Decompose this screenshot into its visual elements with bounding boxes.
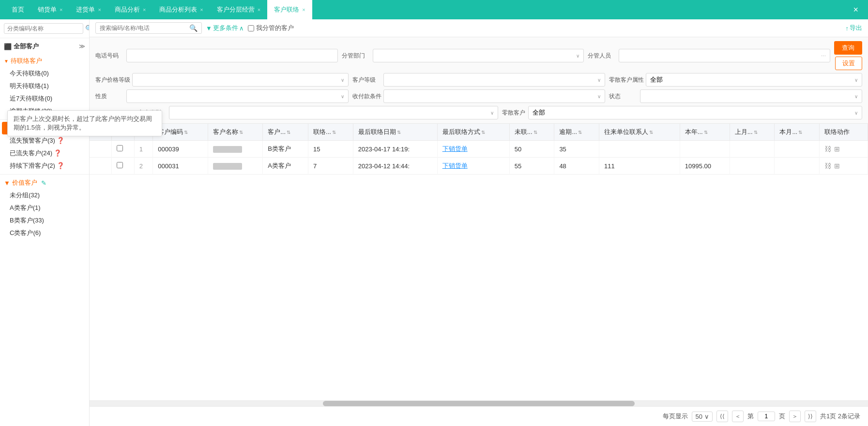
nav-customer-tier-close[interactable]: × [258,7,260,13]
sidebar-ungrouped[interactable]: 未分组(32) [0,189,89,202]
chevron-icon: ∧ [239,25,244,32]
dept-filter: 分管部门 ∨ [342,49,584,62]
row-last-contact-date: 2023-04-17 14:19: [353,141,437,158]
nav-home[interactable]: 首页 [5,0,31,19]
sidebar-collapse-icon[interactable]: ≫ [79,43,85,50]
export-icon: ↑ [846,25,849,32]
more-conditions-button[interactable]: ▼ 更多条件 ∧ [206,24,244,32]
sidebar-declining[interactable]: 持续下滑客户(2) ❓ [0,160,89,172]
row-unit-contact [599,141,680,158]
export-button[interactable]: ↑ 导出 [846,24,863,32]
gender-select[interactable]: ∨ [126,89,349,103]
payment-select[interactable]: ∨ [383,89,606,103]
sidebar-today-pending[interactable]: 今天待联络(0) [0,67,89,80]
sidebar-class-b[interactable]: B类客户(33) [0,214,89,227]
col-this-month: 本月...⇅ [775,124,820,141]
filter-row-4: ... 客户类型 ∨ 零散客户 全部 ∨ [95,106,862,119]
sidebar-search-icon[interactable]: 🔍 [85,25,90,32]
col-last-contact-date: 最后联络日期⇅ [353,124,437,141]
row-grid-icon[interactable]: ⊞ [834,145,840,153]
nav-product-analysis[interactable]: 商品分析 × [108,0,152,19]
row-checkbox-cell [112,141,134,158]
nav-purchase[interactable]: 进货单 × [69,0,107,19]
retail-customer-select[interactable]: 全部 ∨ [528,106,862,119]
scrollbar-thumb[interactable] [323,401,634,406]
settings-button[interactable]: 设置 [835,57,862,70]
question-icon-4: ❓ [57,162,64,169]
status-select[interactable]: ∨ [640,89,862,103]
customer-type-chevron: ∨ [490,110,494,116]
row-code: 000031 [153,158,208,175]
nav-customer-contact-close[interactable]: × [302,7,305,13]
person-select[interactable]: ⋯ [619,49,830,62]
prev-page-button[interactable]: ＜ [732,411,744,422]
dept-select[interactable]: ∨ [373,49,584,62]
page-number-input[interactable] [758,411,775,421]
my-customer-checkbox[interactable] [248,25,254,31]
row-checkbox[interactable] [117,162,123,168]
last-page-button[interactable]: ⟩⟩ [805,411,816,422]
my-customer-filter: 我分管的客户 [248,24,294,32]
customer-grade-chevron: ∨ [597,77,601,83]
query-button[interactable]: 查询 [834,41,862,55]
next-page-button[interactable]: ＞ [789,411,801,422]
row-overdue: 35 [554,141,599,158]
row-contact: 15 [308,141,353,158]
customer-grade-select[interactable]: ∨ [383,73,606,87]
nav-sales-close[interactable]: × [60,7,62,13]
nav-purchase-close[interactable]: × [98,7,101,13]
main-search-icon[interactable]: 🔍 [189,24,198,32]
sidebar-class-c[interactable]: C类客户(6) [0,227,89,239]
col-overdue: 逾期...⇅ [554,124,599,141]
main-search-input[interactable] [100,25,189,31]
row-link-icon[interactable]: ⛓ [824,162,831,170]
sidebar-tomorrow-pending[interactable]: 明天待联络(1) [0,80,89,92]
sidebar-churned[interactable]: 已流失客户(24) ❓ [0,147,89,160]
row-unread: 50 [509,141,554,158]
table-row: 1 000039 B类客户 15 2023-04-17 14:19: 下销货单 … [90,141,868,158]
row-type: A类客户 [263,158,308,175]
tooltip-repurchase: 距客户上次交易时长，超过了此客户的平均交易周期的1.5倍，则视为异常。 [7,110,162,136]
row-grid-icon[interactable]: ⊞ [834,162,840,170]
sidebar-7days-pending[interactable]: 近7天待联络(0) [0,92,89,105]
row-checkbox[interactable] [117,145,123,151]
content-area: 🔍 ▼ 更多条件 ∧ 我分管的客户 ↑ 导出 电话号码 [90,19,868,426]
col-unit-contact: 往来单位联系人⇅ [599,124,680,141]
row-number: 2 [134,158,153,175]
filter-row-3: 性质 ∨ 收付款条件 ∨ 状态 ∨ [95,89,862,103]
row-link-icon[interactable]: ⛓ [824,145,831,153]
horizontal-scrollbar[interactable] [90,400,868,406]
nav-product-analysis-close[interactable]: × [143,7,146,13]
row-last-month [730,158,775,175]
sidebar-pending-contact-section[interactable]: ▼ 待联络客户 [0,55,89,67]
value-section-edit-icon[interactable]: ✎ [41,179,46,187]
col-name: 客户名称⇅ [208,124,262,141]
nav-customer-contact[interactable]: 客户联络 × [267,0,312,19]
retail-customer-chevron: ∨ [854,110,858,116]
nav-product-analysis-list[interactable]: 商品分析列表 × [152,0,210,19]
person-filter: 分管人员 ⋯ [588,49,830,62]
per-page-select[interactable]: 50 ∨ [692,411,712,422]
sidebar-class-a[interactable]: A类客户(1) [0,202,89,214]
nav-product-analysis-list-close[interactable]: × [200,7,203,13]
phone-filter: 电话号码 [95,49,338,62]
search-box: 🔍 [95,22,202,34]
retail-attr-select[interactable]: 全部 ∨ [646,73,862,87]
row-unread: 55 [509,158,554,175]
first-page-button[interactable]: ⟨⟨ [716,411,728,422]
row-code: 000039 [153,141,208,158]
payment-chevron: ∨ [597,94,601,99]
phone-input[interactable] [126,49,338,62]
filter-row-2: 客户价格等级 ∨ 客户等级 ∨ 零散客户属性 全部 ∨ [95,73,862,87]
row-this-month [775,141,820,158]
close-all-tabs-button[interactable]: × [848,5,863,15]
nav-customer-tier[interactable]: 客户分层经营 × [210,0,267,19]
retail-attr-chevron: ∨ [854,77,858,83]
nav-sales[interactable]: 销货单 × [31,0,69,19]
sidebar-search-input[interactable] [4,23,83,34]
customer-type-select[interactable]: ∨ [169,106,498,119]
question-icon-3: ❓ [54,149,61,157]
price-grade-select[interactable]: ∨ [132,73,349,87]
customer-type-filter: 客户类型 ∨ [138,106,498,119]
row-actions: ⛓ ⊞ [820,158,868,175]
